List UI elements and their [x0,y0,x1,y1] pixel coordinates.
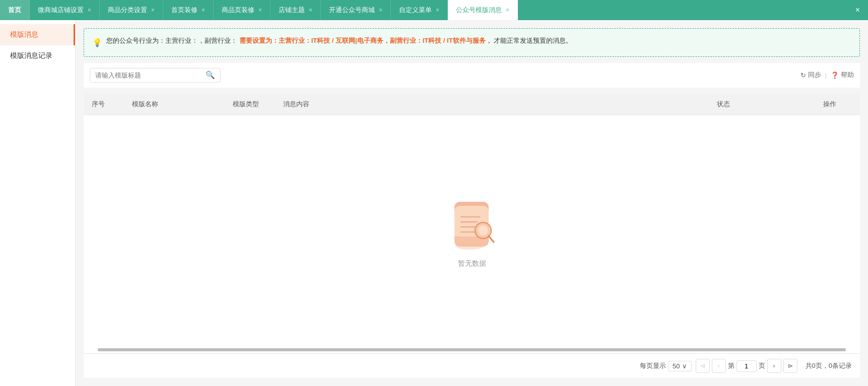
table-wrap: 序号 模版名称 模版类型 消息内容 状态 操作 [84,94,860,378]
toolbar-divider: | [825,71,827,79]
help-icon: ❓ [831,71,839,79]
tab-template-message-close[interactable]: × [506,7,509,14]
svg-point-6 [478,225,488,236]
global-close-button[interactable]: × [847,6,868,15]
tab-home-decor-label: 首页装修 [171,6,197,15]
sidebar-item-template-msg-log-label: 模版消息记录 [10,51,52,59]
page-number-input[interactable] [737,360,757,372]
page-size-value: 50 [673,362,680,370]
tab-store-theme-label: 店铺主题 [279,6,305,15]
help-label: 帮助 [841,70,854,80]
tab-home-label: 首页 [8,6,21,15]
tab-template-message-label: 公众号模版消息 [456,6,502,15]
page-last-button[interactable]: ⊳ [783,359,797,373]
search-button[interactable]: 🔍 [201,70,220,80]
tab-custom-menu[interactable]: 自定义菜单 × [391,0,448,20]
sync-icon: ↻ [800,71,806,79]
total-info: 共0页，0条记录 [806,361,852,370]
info-text-suffix: 才能正常发送预置的消息。 [494,37,572,44]
th-seq: 序号 [84,94,124,115]
th-op: 操作 [799,94,860,115]
tab-store-settings-close[interactable]: × [88,7,91,14]
sidebar-item-template-msg[interactable]: 模版消息 [0,24,75,45]
sync-label: 同步 [808,70,821,80]
horizontal-scrollbar[interactable] [98,348,846,351]
sidebar-item-template-msg-log[interactable]: 模版消息记录 [0,45,75,66]
page-first-button[interactable]: ⊲ [696,359,710,373]
sidebar-item-template-msg-label: 模版消息 [10,30,38,38]
page-prev-button[interactable]: ‹ [712,359,726,373]
page-size-select: 每页显示 50 ∨ [640,361,691,371]
tab-product-decor[interactable]: 商品页装修 × [214,0,271,20]
th-type: 模版类型 [225,94,275,115]
sidebar: 模版消息 模版消息记录 [0,20,76,386]
table-header: 序号 模版名称 模版类型 消息内容 状态 操作 [84,94,860,115]
tab-open-mall[interactable]: 开通公众号商城 × [321,0,391,20]
page-di-label: 第 [728,361,735,370]
search-row: 🔍 ↻ 同步 | ❓ 帮助 [84,63,860,88]
tab-category-settings[interactable]: 商品分类设置 × [100,0,163,20]
tab-store-settings[interactable]: 微商城店铺设置 × [30,0,100,20]
tab-custom-menu-label: 自定义菜单 [399,6,432,15]
page-next-button[interactable]: › [767,359,781,373]
empty-text: 暂无数据 [458,259,486,268]
help-button[interactable]: ❓ 帮助 [831,70,854,80]
sync-button[interactable]: ↻ 同步 [800,70,821,80]
main-layout: 模版消息 模版消息记录 💡 您的公众号行业为：主营行业：，副营行业： 需要设置为… [0,20,868,386]
info-banner: 💡 您的公众号行业为：主营行业：，副营行业： 需要设置为：主营行业：IT科技 /… [84,28,860,57]
info-text-highlight: 需要设置为：主营行业：IT科技 / 互联网|电子商务，副营行业：IT科技 / I… [239,37,492,44]
tab-template-message[interactable]: 公众号模版消息 × [448,0,518,20]
bulb-icon: 💡 [92,36,102,49]
tab-store-settings-label: 微商城店铺设置 [38,6,84,15]
tab-store-theme[interactable]: 店铺主题 × [271,0,321,20]
tab-home[interactable]: 首页 [0,0,30,20]
tab-category-settings-close[interactable]: × [151,7,155,14]
tab-product-decor-close[interactable]: × [258,7,262,14]
tab-store-theme-close[interactable]: × [309,7,312,14]
top-nav: 首页 微商城店铺设置 × 商品分类设置 × 首页装修 × 商品页装修 × 店铺主… [0,0,868,20]
svg-line-7 [489,236,494,242]
page-unit-label: 页 [759,361,765,370]
tab-category-settings-label: 商品分类设置 [108,6,147,15]
info-banner-text: 您的公众号行业为：主营行业：，副营行业： 需要设置为：主营行业：IT科技 / 互… [106,36,572,46]
tab-product-decor-label: 商品页装修 [222,6,254,15]
pagination-row: 每页显示 50 ∨ ⊲ ‹ 第 页 › ⊳ 共0页，0条记录 [84,353,860,378]
empty-state: 暂无数据 [84,115,860,346]
th-status: 状态 [709,94,799,115]
tab-open-mall-label: 开通公众号商城 [329,6,375,15]
th-content: 消息内容 [275,94,709,115]
tab-home-decor-close[interactable]: × [202,7,205,14]
page-nav: ⊲ ‹ 第 页 › ⊳ [696,359,797,373]
tab-open-mall-close[interactable]: × [379,7,382,14]
chevron-down-icon: ∨ [682,362,687,370]
tab-custom-menu-close[interactable]: × [436,7,439,14]
tab-home-decor[interactable]: 首页装修 × [163,0,214,20]
th-name: 模版名称 [124,94,225,115]
search-input-wrap: 🔍 [90,68,221,83]
search-actions: ↻ 同步 | ❓ 帮助 [800,70,854,80]
page-size-label: 每页显示 [640,361,666,370]
page-size-dropdown[interactable]: 50 ∨ [668,361,691,371]
search-input[interactable] [90,68,201,82]
content-area: 💡 您的公众号行业为：主营行业：，副营行业： 需要设置为：主营行业：IT科技 /… [76,20,868,386]
empty-illustration [442,193,502,253]
info-text-prefix: 您的公众号行业为：主营行业：，副营行业： [106,37,237,44]
